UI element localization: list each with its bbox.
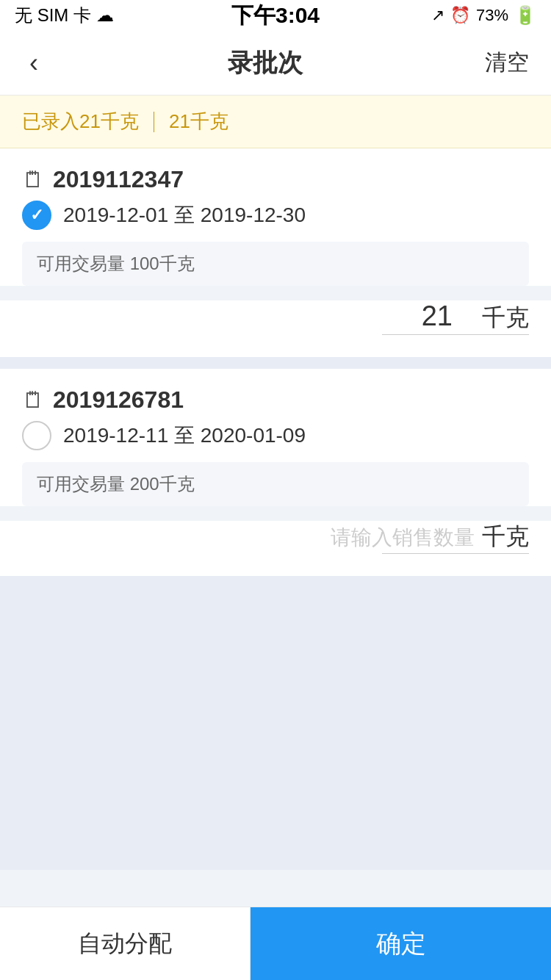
battery-icon: 🔋 (514, 5, 536, 26)
quantity-section-1: 21 千克 (0, 300, 551, 357)
confirm-button[interactable]: 确定 (251, 907, 551, 980)
batch-id-2: 2019126781 (53, 386, 184, 414)
radio-selected-1[interactable] (22, 201, 51, 230)
quantity-row-2: 请输入销售数量 千克 (22, 521, 529, 553)
batch-date-row-1[interactable]: 2019-12-01 至 2019-12-30 (22, 201, 529, 230)
clear-button[interactable]: 清空 (485, 48, 529, 78)
batch-doc-icon-2: 🗒 (22, 388, 44, 413)
batch-date-1: 2019-12-01 至 2019-12-30 (63, 201, 306, 229)
section-separator (0, 357, 551, 369)
status-bar-time: 下午3:04 (231, 1, 320, 31)
status-bar-left: 无 SIM 卡 ☁ (15, 4, 114, 27)
batch-card-2: 🗒 2019126781 2019-12-11 至 2020-01-09 可用交… (0, 369, 551, 506)
batch-card-1: 🗒 2019112347 2019-12-01 至 2019-12-30 可用交… (0, 148, 551, 286)
quantity-placeholder-2: 请输入销售数量 (331, 524, 475, 552)
quantity-underline-1 (382, 334, 529, 335)
status-bar-right: ↗ ⏰ 73% 🔋 (431, 5, 536, 26)
quantity-section-2: 请输入销售数量 千克 (0, 521, 551, 576)
info-divider (154, 112, 154, 132)
quantity-wrapper-2[interactable]: 请输入销售数量 千克 (331, 521, 529, 553)
quantity-value-1: 21 (394, 300, 453, 332)
quantity-wrapper-1: 21 千克 (394, 300, 529, 334)
batch-doc-icon-1: 🗒 (22, 167, 44, 192)
quantity-row-1: 21 千克 (22, 300, 529, 334)
recorded-label: 已录入21千克 (22, 109, 139, 134)
batch-id-1: 2019112347 (53, 166, 184, 193)
bottom-spacer (0, 576, 551, 870)
radio-unselected-2[interactable] (22, 421, 51, 450)
batch-available-2: 可用交易量 200千克 (22, 462, 529, 506)
recorded-value: 21千克 (169, 109, 228, 134)
quantity-unit-2: 千克 (482, 521, 529, 553)
batch-available-1: 可用交易量 100千克 (22, 242, 529, 286)
info-bar: 已录入21千克 21千克 (0, 96, 551, 148)
batch-header-2: 🗒 2019126781 (22, 386, 529, 414)
status-bar: 无 SIM 卡 ☁ 下午3:04 ↗ ⏰ 73% 🔋 (0, 0, 551, 31)
batch-date-2: 2019-12-11 至 2020-01-09 (63, 422, 306, 450)
location-icon: ↗ (431, 6, 444, 25)
batch-date-row-2[interactable]: 2019-12-11 至 2020-01-09 (22, 421, 529, 450)
quantity-underline-2 (382, 553, 529, 554)
batch-header-1: 🗒 2019112347 (22, 166, 529, 193)
nav-bar: ‹ 录批次 清空 (0, 31, 551, 96)
footer: 自动分配 确定 (0, 907, 551, 980)
battery-text: 73% (476, 6, 508, 25)
no-sim-text: 无 SIM 卡 ☁ (15, 4, 114, 27)
auto-distribute-button[interactable]: 自动分配 (0, 907, 251, 980)
page-title: 录批次 (228, 46, 303, 80)
alarm-icon: ⏰ (450, 6, 470, 25)
quantity-unit-1: 千克 (482, 302, 529, 334)
back-button[interactable]: ‹ (22, 40, 46, 86)
